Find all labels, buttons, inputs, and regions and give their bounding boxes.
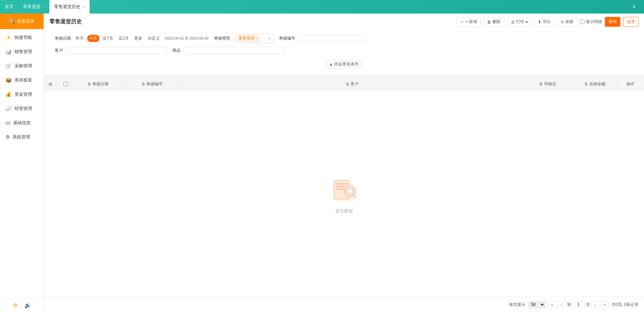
sound-icon[interactable]: 🔊 (24, 302, 31, 309)
svg-rect-3 (336, 186, 345, 187)
sort-guide-icon[interactable]: ⇅ (539, 82, 543, 87)
delete-icon: 🗑 (487, 20, 491, 24)
tab-home[interactable]: 首页 (0, 0, 18, 14)
per-page-select[interactable]: 20 50 100 (528, 301, 545, 308)
sort-date-icon[interactable]: ⇅ (88, 82, 91, 87)
sidebar-item-purchase[interactable]: 🛒 采购管理 (0, 59, 44, 73)
date-btn-custom[interactable]: 自定义 (146, 35, 162, 42)
doc-number-filter-group: 单据编号 (279, 35, 365, 42)
prev-page-button[interactable]: ‹ (557, 300, 566, 309)
top-bar: 首页 零售退货 × 零售退货历史 × × (0, 0, 644, 14)
date-btn-today[interactable]: 今天 (87, 35, 99, 42)
sidebar-item-sales[interactable]: 📊 销售管理 (0, 45, 44, 59)
th-guide: ⇅ 导购员 (522, 78, 573, 90)
doc-type-label: 单据类型 (214, 36, 230, 41)
sidebar-item-finance[interactable]: 💰 资金管理 (0, 87, 44, 102)
th-amount: ⇅ 实销金额 (573, 78, 617, 90)
filter-area: 单据日期 昨天 今天 近7天 近1月 更多 自定义 2023-06-02 至 2… (49, 30, 639, 75)
collapse-filter-button[interactable]: ▲ 收起更多条件 (325, 60, 363, 69)
svg-point-5 (344, 186, 355, 197)
doc-type-tag-close[interactable]: × (256, 37, 258, 40)
date-filter: 昨天 今天 近7天 近1月 更多 自定义 (74, 35, 162, 42)
tab-retail-return[interactable]: 零售退货 × (18, 0, 49, 14)
first-page-button[interactable]: « (548, 300, 556, 309)
show-detail-checkbox-group: 显示明细 (580, 19, 602, 25)
table-header: ⚙ ⇅ 单据日期 ⇅ 单据编号 ⇅ 客户 ⇅ (44, 78, 644, 91)
sidebar-bottom: ⚙ 🔊 (0, 298, 44, 312)
sort-number-icon[interactable]: ⇅ (142, 82, 145, 87)
empty-text: 暂无数据 (335, 208, 353, 214)
last-page-button[interactable]: » (601, 300, 609, 309)
table-container: ⚙ ⇅ 单据日期 ⇅ 单据编号 ⇅ 客户 ⇅ (44, 78, 644, 297)
doc-number-label: 单据编号 (279, 36, 295, 41)
print-dropdown-icon: ▾ (526, 20, 528, 24)
tab-bar: 首页 零售退货 × 零售退货历史 × (0, 0, 629, 14)
tab-retail-return-close[interactable]: × (43, 5, 45, 9)
date-btn-7days[interactable]: 近7天 (101, 35, 115, 42)
customer-select[interactable]: … (66, 47, 167, 54)
table-settings-icon[interactable]: ⚙ (48, 82, 53, 87)
refresh-button[interactable]: ↻ 刷新 (557, 17, 577, 27)
sidebar-item-basic-info[interactable]: 🗃 基础信息 (0, 116, 44, 130)
page-title-row: 零售退货历史 ＋ + 新增 🗑 删除 🖨 打印 ▾ (49, 17, 639, 27)
select-all-checkbox[interactable] (64, 82, 68, 86)
th-checkbox (57, 78, 74, 90)
per-page-label: 每页显示 (509, 302, 525, 308)
filter-row-1: 单据日期 昨天 今天 近7天 近1月 更多 自定义 2023-06-02 至 2… (55, 34, 633, 43)
print-icon: 🖨 (511, 20, 515, 24)
goods-select[interactable]: … (183, 47, 285, 54)
empty-state-icon (329, 174, 359, 204)
doc-number-input[interactable] (298, 35, 365, 42)
toolbar: ＋ + 新增 🗑 删除 🖨 打印 ▾ ⬆ 导出 (456, 17, 639, 27)
customer-label: 客户 (55, 48, 63, 53)
sidebar-item-quick-nav[interactable]: ⚡ 快捷导航 (0, 30, 44, 45)
refresh-icon: ↻ (561, 20, 564, 24)
page-of-label: 页 (586, 302, 590, 308)
export-button[interactable]: ⬆ 导出 (534, 17, 554, 27)
finance-icon: 💰 (5, 91, 12, 97)
th-number: ⇅ 单据编号 (122, 78, 183, 90)
th-settings[interactable]: ⚙ (44, 78, 57, 90)
doc-type-select[interactable]: 零售退货 × ▾ (233, 34, 273, 43)
settings-bottom-icon[interactable]: ⚙ (13, 302, 18, 309)
date-btn-yesterday[interactable]: 昨天 (74, 35, 86, 42)
svg-rect-2 (336, 183, 348, 184)
query-button[interactable]: 查询 (605, 17, 620, 27)
top-bar-right: × (629, 3, 644, 10)
purchase-icon: 🛒 (5, 63, 12, 69)
new-button[interactable]: ＋ + 新增 (456, 17, 481, 27)
print-button[interactable]: 🖨 打印 ▾ (507, 17, 531, 27)
th-customer: ⇅ 客户 (183, 78, 522, 90)
tab-retail-return-history-close[interactable]: × (82, 5, 85, 9)
date-filter-group: 单据日期 昨天 今天 近7天 近1月 更多 自定义 2023-06-02 至 2… (55, 35, 209, 42)
tab-retail-return-history[interactable]: 零售退货历史 × (49, 0, 89, 14)
sidebar-item-inventory[interactable]: 📦 库存核算 (0, 73, 44, 87)
sort-amount-icon[interactable]: ⇅ (585, 82, 588, 87)
sidebar-item-operations[interactable]: 📈 经营管理 (0, 102, 44, 116)
sidebar: 🔍 搜索菜单 ⚡ 快捷导航 📊 销售管理 🛒 采购管理 📦 库存核算 💰 (0, 14, 44, 312)
total-info: 共0页, 0条记录 (612, 302, 639, 308)
quick-nav-icon: ⚡ (5, 35, 12, 41)
date-label: 单据日期 (55, 36, 71, 41)
sidebar-search-button[interactable]: 🔍 搜索菜单 (0, 14, 44, 29)
basic-info-icon: 🗃 (5, 120, 10, 126)
goods-label: 商品 (172, 48, 181, 53)
date-btn-more[interactable]: 更多 (132, 35, 144, 42)
date-btn-1month[interactable]: 近1月 (117, 35, 131, 42)
sidebar-item-system[interactable]: ⚙ 系统管理 (0, 130, 44, 144)
show-detail-checkbox[interactable] (580, 20, 585, 24)
delete-button[interactable]: 🗑 删除 (483, 17, 504, 27)
next-page-button[interactable]: › (591, 300, 599, 309)
new-icon: ＋ (460, 19, 464, 25)
setting-button[interactable]: 设置 (623, 17, 639, 27)
window-close-button[interactable]: × (629, 3, 639, 10)
operations-icon: 📈 (5, 106, 12, 112)
page-input[interactable] (572, 301, 585, 308)
page-title: 零售退货历史 (49, 18, 82, 25)
empty-state: 暂无数据 (44, 91, 644, 297)
main-layout: 🔍 搜索菜单 ⚡ 快捷导航 📊 销售管理 🛒 采购管理 📦 库存核算 💰 (0, 14, 644, 312)
sort-customer-icon[interactable]: ⇅ (346, 82, 349, 87)
collapse-icon: ▲ (329, 62, 333, 67)
page-label: 第 (567, 302, 571, 308)
filter-row-2: 客户 … 商品 … (55, 47, 633, 54)
